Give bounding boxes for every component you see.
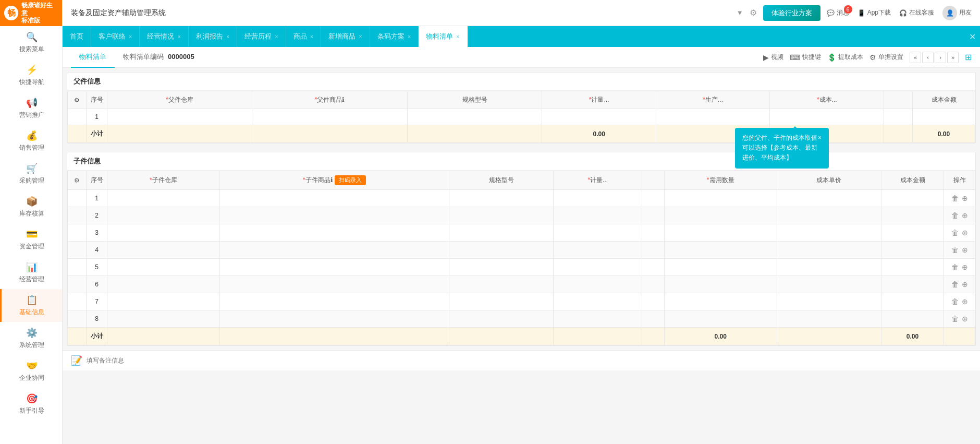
sidebar-item-search[interactable]: 🔍 搜索菜单 bbox=[0, 26, 62, 59]
parent-row-1-spec[interactable] bbox=[408, 109, 542, 125]
tab-profit[interactable]: 利润报告 × bbox=[189, 26, 237, 47]
memo-input[interactable] bbox=[87, 357, 972, 364]
parent-row-1-produce[interactable] bbox=[656, 109, 770, 125]
sidebar-item-finance[interactable]: 💳 资金管理 bbox=[0, 223, 62, 256]
child-row-7-quantity[interactable] bbox=[664, 293, 777, 310]
shortcuts-action[interactable]: ⌨ 快捷键 bbox=[790, 53, 821, 62]
tab-new-goods[interactable]: 新增商品 × bbox=[321, 26, 370, 47]
child-row-8-goods[interactable] bbox=[219, 310, 449, 328]
tab-goods[interactable]: 商品 × bbox=[286, 26, 321, 47]
cost-action[interactable]: 💲 提取成本 bbox=[827, 53, 863, 62]
copy-icon-5[interactable]: ⊕ bbox=[962, 263, 968, 271]
nav-prev-prev[interactable]: « bbox=[910, 52, 921, 63]
tab-history[interactable]: 经营历程 × bbox=[237, 26, 286, 47]
scan-button[interactable]: 扫码录入 bbox=[335, 175, 366, 185]
child-col-settings[interactable]: ⚙ bbox=[68, 171, 87, 190]
parent-row-1-warehouse[interactable] bbox=[107, 109, 252, 125]
user-button[interactable]: 👤 用友 bbox=[942, 6, 972, 20]
child-row-1-quantity[interactable] bbox=[664, 190, 777, 207]
parent-row-1-goods[interactable] bbox=[252, 109, 408, 125]
message-button[interactable]: 💬 6 消息 bbox=[827, 8, 849, 17]
child-row-6-unit-price[interactable] bbox=[777, 276, 881, 293]
delete-icon-8[interactable]: 🗑 bbox=[951, 315, 959, 323]
child-row-2-warehouse[interactable] bbox=[107, 207, 220, 224]
parent-row-1-unit[interactable] bbox=[542, 109, 656, 125]
child-row-4-warehouse[interactable] bbox=[107, 242, 220, 259]
delete-icon-1[interactable]: 🗑 bbox=[951, 194, 959, 202]
child-row-7-goods[interactable] bbox=[219, 293, 449, 310]
child-row-5-warehouse[interactable] bbox=[107, 259, 220, 276]
child-row-7-unit-price[interactable] bbox=[777, 293, 881, 310]
tab-history-close[interactable]: × bbox=[275, 33, 278, 40]
sidebar-item-enterprise[interactable]: 🤝 企业协同 bbox=[0, 355, 62, 388]
copy-icon-6[interactable]: ⊕ bbox=[962, 280, 968, 289]
child-row-5-goods[interactable] bbox=[219, 259, 449, 276]
child-row-8-spec[interactable] bbox=[449, 310, 553, 328]
child-row-2-spec[interactable] bbox=[449, 207, 553, 224]
tab-goods-close[interactable]: × bbox=[310, 33, 313, 40]
child-row-1-unit[interactable] bbox=[554, 190, 642, 207]
child-row-5-unit[interactable] bbox=[554, 259, 642, 276]
child-row-3-unit-price[interactable] bbox=[777, 224, 881, 242]
single-settings-action[interactable]: ⚙ 单据设置 bbox=[869, 53, 903, 62]
child-row-4-unit-price[interactable] bbox=[777, 242, 881, 259]
child-row-3-goods[interactable] bbox=[219, 224, 449, 242]
child-row-2-unit-price[interactable] bbox=[777, 207, 881, 224]
child-row-5-quantity[interactable] bbox=[664, 259, 777, 276]
sidebar-item-inventory[interactable]: 📦 库存核算 bbox=[0, 190, 62, 223]
child-row-3-spec[interactable] bbox=[449, 224, 553, 242]
child-row-2-goods[interactable] bbox=[219, 207, 449, 224]
child-row-6-goods[interactable] bbox=[219, 276, 449, 293]
child-row-6-warehouse[interactable] bbox=[107, 276, 220, 293]
tab-barcode-close[interactable]: × bbox=[408, 33, 411, 40]
child-row-7-spec[interactable] bbox=[449, 293, 553, 310]
child-row-4-quantity[interactable] bbox=[664, 242, 777, 259]
nav-next[interactable]: › bbox=[935, 52, 946, 63]
grid-view-icon[interactable]: ⊞ bbox=[965, 52, 972, 62]
child-row-3-warehouse[interactable] bbox=[107, 224, 220, 242]
parent-col-settings[interactable]: ⚙ bbox=[68, 91, 87, 109]
child-row-7-unit[interactable] bbox=[554, 293, 642, 310]
child-row-3-quantity[interactable] bbox=[664, 224, 777, 242]
child-row-4-goods[interactable] bbox=[219, 242, 449, 259]
tab-barcode[interactable]: 条码方案 × bbox=[370, 26, 419, 47]
sidebar-item-system[interactable]: ⚙️ 系统管理 bbox=[0, 322, 62, 355]
nav-next-next[interactable]: » bbox=[947, 52, 959, 63]
tab-home[interactable]: 首页 bbox=[63, 26, 91, 47]
tab-new-goods-close[interactable]: × bbox=[359, 33, 362, 40]
tab-bom-close[interactable]: × bbox=[456, 33, 459, 40]
trial-button[interactable]: 体验行业方案 bbox=[763, 5, 820, 21]
child-row-1-goods[interactable] bbox=[219, 190, 449, 207]
child-row-2-quantity[interactable] bbox=[664, 207, 777, 224]
copy-icon-1[interactable]: ⊕ bbox=[962, 194, 968, 202]
child-row-8-unit[interactable] bbox=[554, 310, 642, 328]
child-row-4-spec[interactable] bbox=[449, 242, 553, 259]
sidebar-item-operations[interactable]: 📊 经营管理 bbox=[0, 256, 62, 289]
delete-icon-7[interactable]: 🗑 bbox=[951, 297, 959, 306]
child-row-5-unit-price[interactable] bbox=[777, 259, 881, 276]
dropdown-arrow-icon[interactable]: ▼ bbox=[737, 9, 743, 17]
delete-icon-5[interactable]: 🗑 bbox=[951, 263, 959, 271]
sidebar-item-marketing[interactable]: 📢 营销推广 bbox=[0, 92, 62, 125]
delete-icon-4[interactable]: 🗑 bbox=[951, 246, 959, 254]
tab-customer-close[interactable]: × bbox=[129, 33, 132, 40]
nav-prev[interactable]: ‹ bbox=[922, 52, 934, 63]
delete-icon-6[interactable]: 🗑 bbox=[951, 280, 959, 289]
delete-icon-3[interactable]: 🗑 bbox=[951, 229, 959, 237]
close-all-icon[interactable]: ✕ bbox=[969, 32, 976, 42]
tab-profit-close[interactable]: × bbox=[226, 33, 229, 40]
child-row-6-quantity[interactable] bbox=[664, 276, 777, 293]
child-row-8-quantity[interactable] bbox=[664, 310, 777, 328]
tab-customer[interactable]: 客户联络 × bbox=[91, 26, 140, 47]
delete-icon-2[interactable]: 🗑 bbox=[951, 211, 959, 220]
child-row-6-unit[interactable] bbox=[554, 276, 642, 293]
online-service-button[interactable]: 🎧 在线客服 bbox=[899, 8, 934, 17]
sidebar-item-sales[interactable]: 💰 销售管理 bbox=[0, 125, 62, 158]
sidebar-item-purchase[interactable]: 🛒 采购管理 bbox=[0, 158, 62, 190]
tab-business-close[interactable]: × bbox=[177, 33, 180, 40]
child-row-1-warehouse[interactable] bbox=[107, 190, 220, 207]
sidebar-item-quick-nav[interactable]: ⚡ 快捷导航 bbox=[0, 59, 62, 92]
sidebar-item-guide[interactable]: 🎯 新手引导 bbox=[0, 388, 62, 421]
copy-icon-8[interactable]: ⊕ bbox=[962, 315, 968, 323]
parent-row-1-cost[interactable] bbox=[770, 109, 884, 125]
